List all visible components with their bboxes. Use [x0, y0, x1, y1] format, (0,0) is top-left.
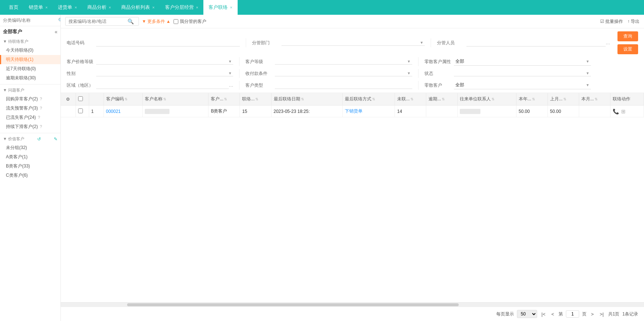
set-btn[interactable]: 设置	[617, 44, 638, 54]
price-level-select[interactable]: ▼	[96, 59, 233, 65]
payment-field: 收付款条件 ▼	[245, 70, 412, 77]
sidebar-all-customers[interactable]: 全部客户 «	[0, 26, 60, 37]
sidebar-item-ungrouped[interactable]: 未分组(32)	[0, 143, 60, 152]
cell-overdue	[426, 106, 458, 117]
retail-attr-select[interactable]: 全部 ▼	[454, 58, 591, 66]
phone-input[interactable]	[96, 39, 240, 46]
sort-icon: ⇅	[125, 97, 127, 101]
sidebar-search-icon[interactable]: 🔍	[58, 18, 61, 23]
manager-label: 分管人员	[437, 40, 466, 46]
sidebar-item-tomorrow-pending[interactable]: 明天待联络(1)	[0, 55, 60, 64]
my-customers-check[interactable]: 我分管的客户	[174, 18, 206, 25]
sidebar-item-churned[interactable]: 已流失客户(24) ?	[0, 113, 60, 122]
sidebar-item-churn-warning[interactable]: 流失预警客户(3) ?	[0, 104, 60, 113]
export-btn[interactable]: ↑ 导出	[627, 18, 640, 25]
search-icon[interactable]: 🔍	[127, 18, 134, 24]
manager-input[interactable]	[466, 39, 606, 46]
more-conditions-btn[interactable]: ▼ 更多条件 ▲	[142, 18, 171, 25]
cell-code[interactable]: 000021	[104, 106, 143, 117]
prev-page-btn[interactable]: <	[550, 311, 556, 318]
sidebar-item-c-class[interactable]: C类客户(6)	[0, 171, 60, 180]
close-icon[interactable]: ×	[109, 5, 111, 10]
scrollbar-thumb[interactable]	[127, 303, 459, 306]
cell-this-month	[579, 106, 610, 117]
grid-icon[interactable]: ⊞	[621, 108, 626, 114]
sidebar-item-overdue-pending[interactable]: 逾期未联络(30)	[0, 73, 60, 83]
nav-product-analysis[interactable]: 商品分析 ×	[82, 0, 116, 15]
th-settings[interactable]: ⚙	[61, 93, 76, 106]
phone-icon[interactable]: 📞	[613, 108, 619, 114]
customer-type-input[interactable]	[275, 82, 412, 89]
th-un-contact: 未联... ⇅	[395, 93, 426, 106]
nav-customer-contact[interactable]: 客户联络 ×	[203, 0, 237, 15]
th-name: 客户名称 ⇅	[143, 93, 209, 106]
cell-settings	[61, 106, 76, 117]
close-icon[interactable]: ×	[152, 5, 154, 10]
per-page-select[interactable]: 50 100 200	[517, 310, 537, 318]
more-icon[interactable]: …	[606, 40, 610, 45]
edit-icon[interactable]: ✎	[54, 137, 57, 142]
cell-last-contact-method[interactable]: 下销货单	[343, 106, 395, 117]
batch-operation-btn[interactable]: ☑ 批量操作	[600, 18, 623, 25]
customer-level-select[interactable]: ▼	[275, 59, 412, 65]
cell-contacts	[458, 106, 517, 117]
chevron-down-icon: ▼	[407, 71, 411, 75]
sidebar-item-today-pending[interactable]: 今天待联络(0)	[0, 46, 60, 55]
sort-icon: ⇅	[224, 97, 227, 101]
retail-customer-select[interactable]: 全部 ▼	[454, 81, 591, 89]
nav-sales[interactable]: 销货单 ×	[24, 0, 53, 15]
close-icon[interactable]: ×	[74, 5, 77, 10]
table-wrap: ⚙ 客户编码 ⇅	[61, 93, 644, 302]
select-all-checkbox[interactable]	[78, 96, 83, 101]
area-input[interactable]	[96, 82, 229, 89]
separator	[239, 57, 239, 66]
customer-level-field: 客户等级 ▼	[245, 59, 412, 65]
close-icon[interactable]: ×	[45, 5, 48, 10]
sidebar-problem-section[interactable]: ▼ 问题客户	[0, 86, 60, 94]
cell-contact-count: 15	[240, 106, 271, 117]
cell-checkbox[interactable]	[76, 106, 89, 117]
sidebar-item-b-class[interactable]: B类客户(33)	[0, 162, 60, 171]
per-page-label: 每页显示	[496, 311, 514, 317]
checkbox-icon: ☑	[600, 19, 604, 24]
payment-select[interactable]: ▼	[275, 70, 412, 76]
th-contacts: 往来单位联系人 ⇅	[458, 93, 517, 106]
nav-customer-segment[interactable]: 客户分层经营 ×	[160, 0, 203, 15]
search-input[interactable]	[69, 19, 127, 24]
nav-product-analysis-list[interactable]: 商品分析列表 ×	[116, 0, 160, 15]
separator	[431, 38, 431, 47]
dept-select[interactable]: ▼	[281, 40, 425, 46]
customer-type-label: 客户类型	[245, 82, 275, 89]
filter-row-3: 性别 ▼ 收付款条件 ▼ 状态	[67, 69, 638, 78]
sort-icon: ⇅	[255, 97, 258, 101]
first-page-btn[interactable]: |<	[540, 311, 547, 318]
scrollbar[interactable]	[61, 302, 644, 307]
separator	[239, 69, 239, 78]
sidebar-pending-section[interactable]: ▼ 待联络客户	[0, 37, 60, 46]
sidebar-item-repurchase-abnormal[interactable]: 回购异常客户(2) ?	[0, 94, 60, 104]
query-btn[interactable]: 查询	[617, 31, 638, 41]
my-customers-checkbox[interactable]	[174, 19, 178, 24]
sidebar-search-input[interactable]	[3, 18, 58, 23]
last-page-btn[interactable]: >|	[598, 311, 605, 318]
gender-select[interactable]: ▼	[96, 70, 233, 76]
nav-purchase[interactable]: 进货单 ×	[53, 0, 82, 15]
sidebar-item-7day-pending[interactable]: 近7天待联络(0)	[0, 64, 60, 73]
main-layout: 🔍 全部客户 « ▼ 待联络客户 今天待联络(0) 明天待联络(1) 近7天待联…	[0, 15, 644, 321]
status-select[interactable]: ▼	[454, 70, 591, 76]
settings-icon[interactable]: ⚙	[66, 97, 70, 102]
sidebar-item-a-class[interactable]: A类客户(1)	[0, 152, 60, 162]
filter-icon: ▼	[142, 19, 146, 24]
close-icon[interactable]: ×	[230, 5, 232, 10]
chevron-down-icon: ▼	[586, 71, 589, 75]
sidebar-value-section[interactable]: ▼ 价值客户 ↺ ✎	[0, 135, 60, 143]
sidebar-item-declining[interactable]: 持续下滑客户(2) ?	[0, 122, 60, 131]
next-page-btn[interactable]: >	[589, 311, 595, 318]
page-input[interactable]	[566, 310, 579, 318]
sort-icon: ⇅	[491, 97, 494, 101]
nav-home[interactable]: 首页	[4, 0, 24, 15]
more-icon[interactable]: …	[229, 83, 233, 88]
filter-row-4: 区域（地区） … 客户类型 零散客户 全部 ▼	[67, 81, 638, 90]
close-icon[interactable]: ×	[196, 5, 198, 10]
refresh-icon[interactable]: ↺	[37, 137, 41, 142]
